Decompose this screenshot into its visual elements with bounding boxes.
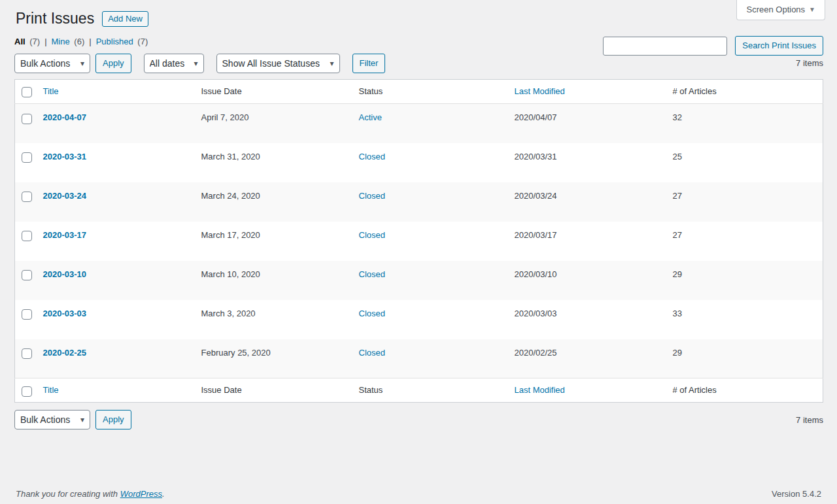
sort-by-title-link[interactable]: Title <box>43 385 59 395</box>
view-filter-all[interactable]: All (7) <box>14 37 40 46</box>
issue-status-link[interactable]: Closed <box>359 309 385 318</box>
status-column-header: Status <box>352 378 508 403</box>
search-box: Search Print Issues <box>603 36 823 56</box>
issue-status-filter-select[interactable]: Show All Issue Statuses <box>216 54 340 73</box>
wordpress-link[interactable]: WordPress <box>120 489 162 499</box>
last-modified-cell: 2020/04/07 <box>508 104 666 143</box>
issue-title-link[interactable]: 2020-04-07 <box>43 112 87 122</box>
items-count: 7 items <box>796 58 823 68</box>
issue-title-link[interactable]: 2020-03-10 <box>43 269 87 279</box>
last-modified-cell: 2020/03/31 <box>508 143 666 182</box>
select-all-checkbox[interactable] <box>22 87 32 97</box>
apply-button[interactable]: Apply <box>95 54 131 73</box>
articles-column-header: # of Articles <box>666 79 823 103</box>
issue-title-link[interactable]: 2020-02-25 <box>43 348 87 358</box>
admin-footer: Thank you for creating with WordPress. V… <box>16 489 821 499</box>
issue-status-link[interactable]: Closed <box>359 348 385 358</box>
issue-title-link[interactable]: 2020-03-24 <box>43 191 87 201</box>
sort-by-last-modified-link[interactable]: Last Modified <box>515 86 565 96</box>
status-column-header: Status <box>352 79 508 103</box>
issues-table-body: 2020-04-07 April 7, 2020 Active 2020/04/… <box>15 104 823 378</box>
issue-date-cell: March 31, 2020 <box>195 143 352 182</box>
issue-date-cell: April 7, 2020 <box>195 104 352 143</box>
row-checkbox[interactable] <box>22 192 32 202</box>
add-new-button[interactable]: Add New <box>102 11 148 27</box>
apply-button[interactable]: Apply <box>95 410 131 429</box>
table-row: 2020-03-10 March 10, 2020 Closed 2020/03… <box>15 261 823 300</box>
table-row: 2020-04-07 April 7, 2020 Active 2020/04/… <box>15 104 823 143</box>
issue-status-link[interactable]: Closed <box>359 269 385 279</box>
last-modified-cell: 2020/03/10 <box>508 261 666 300</box>
table-row: 2020-03-17 March 17, 2020 Closed 2020/03… <box>15 222 823 261</box>
issue-status-link[interactable]: Closed <box>359 152 385 161</box>
search-button[interactable]: Search Print Issues <box>735 36 823 56</box>
articles-count-cell: 27 <box>666 222 823 261</box>
articles-count-cell: 32 <box>666 104 823 143</box>
issue-status-link[interactable]: Active <box>359 112 382 122</box>
articles-count-cell: 27 <box>666 182 823 222</box>
issue-title-link[interactable]: 2020-03-17 <box>43 230 87 240</box>
table-row: 2020-02-25 February 25, 2020 Closed 2020… <box>15 339 823 378</box>
row-checkbox[interactable] <box>22 270 32 280</box>
articles-column-header: # of Articles <box>666 378 823 403</box>
print-issues-page: Print Issues Add New Search Print Issues… <box>0 0 837 429</box>
issue-status-link[interactable]: Closed <box>359 230 385 240</box>
view-filter-mine[interactable]: Mine (6) <box>52 37 85 46</box>
row-checkbox[interactable] <box>22 152 32 163</box>
footer-version: Version 5.4.2 <box>772 489 821 499</box>
articles-count-cell: 25 <box>666 143 823 182</box>
issue-date-column-header: Issue Date <box>195 378 352 403</box>
issue-date-cell: March 10, 2020 <box>195 261 352 300</box>
dates-filter-select[interactable]: All dates <box>144 54 204 73</box>
issue-date-cell: March 3, 2020 <box>195 300 352 339</box>
issue-title-link[interactable]: 2020-03-31 <box>43 152 87 161</box>
issue-date-cell: February 25, 2020 <box>195 339 352 378</box>
last-modified-cell: 2020/03/03 <box>508 300 666 339</box>
bulk-actions-select[interactable]: Bulk Actions <box>14 54 90 73</box>
table-row: 2020-03-03 March 3, 2020 Closed 2020/03/… <box>15 300 823 339</box>
sort-by-last-modified-link[interactable]: Last Modified <box>515 385 565 395</box>
issue-date-cell: March 17, 2020 <box>195 222 352 261</box>
table-row: 2020-03-24 March 24, 2020 Closed 2020/03… <box>15 182 823 222</box>
sort-by-title-link[interactable]: Title <box>43 86 59 96</box>
bulk-actions-select[interactable]: Bulk Actions <box>14 410 90 429</box>
articles-count-cell: 29 <box>666 261 823 300</box>
print-issues-table: Title Issue Date Status Last Modified # … <box>14 79 823 403</box>
table-row: 2020-03-31 March 31, 2020 Closed 2020/03… <box>15 143 823 182</box>
items-count: 7 items <box>796 415 823 425</box>
select-all-checkbox[interactable] <box>22 386 32 397</box>
issue-date-column-header: Issue Date <box>195 79 352 103</box>
articles-count-cell: 29 <box>666 339 823 378</box>
last-modified-cell: 2020/03/24 <box>508 182 666 222</box>
page-title: Print Issues <box>16 9 94 29</box>
row-checkbox[interactable] <box>22 114 32 124</box>
row-checkbox[interactable] <box>22 309 32 320</box>
table-header-row: Title Issue Date Status Last Modified # … <box>15 79 823 103</box>
last-modified-cell: 2020/03/17 <box>508 222 666 261</box>
issue-status-link[interactable]: Closed <box>359 191 385 201</box>
issue-title-link[interactable]: 2020-03-03 <box>43 309 87 318</box>
footer-thanks-text: Thank you for creating with WordPress. <box>16 489 165 499</box>
tablenav-top: Bulk Actions ▾ Apply All dates ▾ Show Al… <box>14 54 823 73</box>
table-footer-row: Title Issue Date Status Last Modified # … <box>15 378 823 403</box>
row-checkbox[interactable] <box>22 231 32 241</box>
search-input[interactable] <box>603 37 727 56</box>
issue-date-cell: March 24, 2020 <box>195 182 352 222</box>
filter-button[interactable]: Filter <box>352 54 386 73</box>
view-filter-published[interactable]: Published (7) <box>96 37 148 46</box>
articles-count-cell: 33 <box>666 300 823 339</box>
tablenav-bottom: Bulk Actions ▾ Apply 7 items <box>14 410 823 429</box>
last-modified-cell: 2020/02/25 <box>508 339 666 378</box>
row-checkbox[interactable] <box>22 348 32 359</box>
